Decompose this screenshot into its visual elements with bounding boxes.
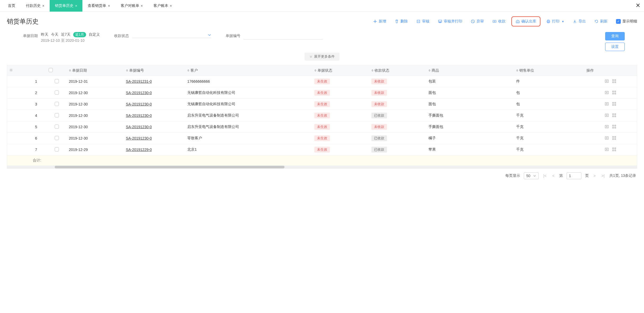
svg-rect-28: [605, 114, 608, 117]
pay-status-select[interactable]: [132, 32, 211, 38]
svg-rect-46: [605, 148, 608, 151]
svg-rect-25: [615, 102, 616, 103]
tab-查看销货单[interactable]: 查看销货单×: [82, 0, 115, 12]
export-button[interactable]: 导出: [570, 17, 589, 25]
refresh-button[interactable]: 刷新: [592, 17, 610, 25]
view-icon[interactable]: [605, 125, 609, 129]
tab-销货单历史[interactable]: 销货单历史×: [50, 0, 82, 12]
tab-首页[interactable]: 首页: [3, 0, 21, 12]
preset-yesterday[interactable]: 昨天: [41, 32, 48, 37]
tab-客户对账单[interactable]: 客户对账单×: [115, 0, 148, 12]
col-code[interactable]: 单据编号: [124, 65, 185, 76]
doc-status-badge: 未生效: [314, 147, 330, 153]
confirm-outbound-button[interactable]: 确认出库: [511, 16, 540, 26]
svg-rect-16: [605, 91, 608, 94]
view-icon[interactable]: [605, 147, 609, 151]
tab-付款历史[interactable]: 付款历史×: [21, 0, 50, 12]
more-icon[interactable]: [612, 102, 616, 106]
order-code-link[interactable]: SA-20191231-0: [126, 79, 152, 84]
order-code-link[interactable]: SA-20191230-0: [126, 91, 152, 95]
col-action: 操作: [584, 65, 637, 76]
col-product[interactable]: 商品: [426, 65, 514, 76]
audit-button[interactable]: 审核: [414, 17, 432, 25]
pay-status-badge: 未收款: [371, 101, 387, 107]
svg-point-47: [606, 149, 607, 150]
page-input[interactable]: 1: [567, 172, 581, 179]
order-code-link[interactable]: SA-20191230-0: [126, 136, 152, 140]
svg-rect-43: [615, 136, 616, 137]
tabs-bar: 首页付款历史×销货单历史×查看销货单×客户对账单×客户账本× ✕: [0, 0, 644, 12]
delete-button[interactable]: 删除: [392, 17, 410, 25]
more-icon[interactable]: [612, 90, 616, 95]
close-icon[interactable]: ×: [75, 4, 77, 8]
view-icon[interactable]: [605, 79, 609, 83]
query-button[interactable]: 查询: [605, 32, 625, 40]
close-icon[interactable]: ×: [108, 4, 110, 8]
col-customer[interactable]: 客户: [185, 65, 312, 76]
view-icon[interactable]: [605, 113, 609, 117]
unaudit-button[interactable]: 弃审: [468, 17, 487, 25]
svg-rect-48: [613, 148, 614, 149]
code-filter: 单据编号: [222, 32, 323, 40]
order-code-link[interactable]: SA-20191230-0: [126, 125, 152, 129]
last-page-button[interactable]: >|: [600, 174, 606, 178]
more-icon[interactable]: [612, 125, 616, 129]
col-date[interactable]: 单据日期: [67, 65, 124, 76]
preset-month[interactable]: 近1月: [73, 32, 86, 37]
view-icon[interactable]: [605, 136, 609, 140]
table-row: 42019-12-30SA-20191230-0启东升亚电气设备制造有限公司未生…: [7, 110, 637, 121]
col-unit[interactable]: 销售单位: [514, 65, 584, 76]
row-checkbox[interactable]: [46, 87, 67, 99]
add-button[interactable]: 新增: [370, 17, 389, 25]
order-code-link[interactable]: SA-20191230-0: [126, 102, 152, 106]
preset-custom[interactable]: 自定义: [89, 32, 100, 37]
row-checkbox[interactable]: [46, 144, 67, 155]
row-checkbox[interactable]: [46, 110, 67, 121]
audit-print-button[interactable]: 审核并打印: [435, 17, 465, 25]
code-input[interactable]: [244, 32, 323, 40]
more-icon[interactable]: [612, 113, 616, 117]
gear-column[interactable]: [7, 65, 26, 76]
more-icon[interactable]: [612, 136, 616, 140]
svg-rect-33: [615, 116, 616, 117]
page-summary: 共1页, 13条记录: [609, 173, 636, 178]
svg-rect-1: [438, 20, 442, 22]
table-row: 12019-12-31SA-20191231-017666666666未生效未收…: [7, 76, 637, 87]
more-icon[interactable]: [612, 147, 616, 151]
col-pay-status[interactable]: 收款状态: [369, 65, 426, 76]
svg-rect-26: [613, 104, 614, 105]
select-all-checkbox[interactable]: [46, 65, 67, 76]
horizontal-scrollbar[interactable]: [7, 166, 637, 168]
total-row: 合计:: [7, 155, 637, 166]
show-detail-checkbox[interactable]: ✓ 显示明细: [616, 19, 637, 24]
row-checkbox[interactable]: [46, 133, 67, 144]
filter-panel: 单据日期 昨天 今天 近7天 近1月 自定义 2019-12-10 至 2020…: [7, 30, 637, 61]
row-checkbox[interactable]: [46, 99, 67, 110]
per-page-select[interactable]: 50: [524, 172, 539, 179]
close-all-tabs-icon[interactable]: ✕: [636, 3, 640, 8]
view-icon[interactable]: [605, 90, 609, 95]
preset-week[interactable]: 近7天: [61, 32, 71, 37]
close-icon[interactable]: ×: [170, 4, 172, 8]
settings-button[interactable]: 设置: [605, 43, 625, 51]
first-page-button[interactable]: |<: [542, 174, 548, 178]
receipt-button[interactable]: 收款: [490, 17, 508, 25]
print-button[interactable]: 打印 ▼: [544, 17, 567, 25]
close-icon[interactable]: ×: [42, 4, 44, 8]
date-range[interactable]: 2019-12-10 至 2020-01-10: [41, 38, 100, 43]
preset-today[interactable]: 今天: [51, 32, 58, 37]
svg-rect-13: [615, 80, 616, 81]
tab-客户账本[interactable]: 客户账本×: [148, 0, 177, 12]
stamp-icon: [416, 19, 421, 24]
row-checkbox[interactable]: [46, 76, 67, 87]
row-checkbox[interactable]: [46, 121, 67, 133]
close-icon[interactable]: ×: [141, 4, 143, 8]
order-code-link[interactable]: SA-20191229-0: [126, 148, 152, 152]
more-icon[interactable]: [612, 79, 616, 83]
prev-page-button[interactable]: <: [551, 174, 556, 178]
view-icon[interactable]: [605, 102, 609, 106]
col-doc-status[interactable]: 单据状态: [312, 65, 369, 76]
expand-conditions-button[interactable]: 展开更多条件: [305, 53, 339, 61]
next-page-button[interactable]: >: [592, 174, 597, 178]
order-code-link[interactable]: SA-20191230-0: [126, 113, 152, 118]
